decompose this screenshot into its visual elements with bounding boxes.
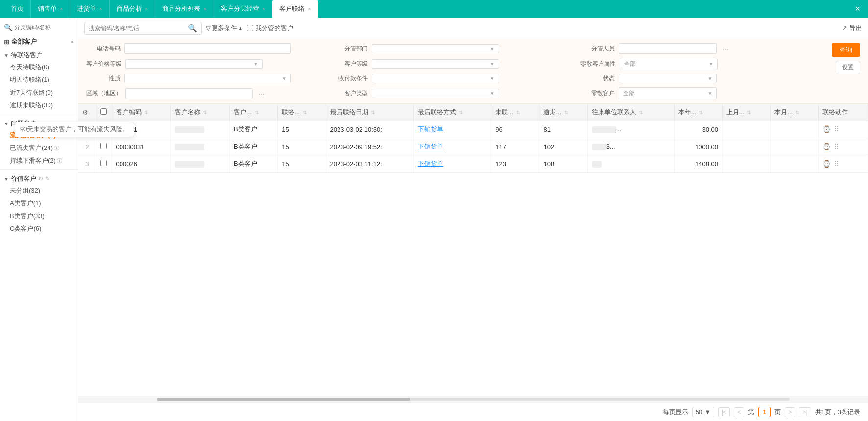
last-method-sort-icon[interactable]: ⇅ bbox=[459, 110, 463, 115]
th-last-contact-method[interactable]: 最后联络方式 ⇅ bbox=[414, 104, 491, 121]
search-icon-button[interactable]: 🔍 bbox=[188, 24, 197, 33]
type-sort-icon[interactable]: ⇅ bbox=[255, 110, 259, 115]
page-next-button[interactable]: > bbox=[785, 407, 795, 417]
tab-product-analysis-close[interactable]: × bbox=[145, 6, 148, 12]
overdue-sort-icon[interactable]: ⇅ bbox=[564, 110, 568, 115]
th-no-contact[interactable]: 未联... ⇅ bbox=[491, 104, 539, 121]
th-code[interactable]: 客户编码 ⇅ bbox=[112, 104, 170, 121]
sidebar-item-7days[interactable]: 近7天待联络(0) bbox=[0, 86, 78, 99]
th-last-month[interactable]: 上月... ⇅ bbox=[722, 104, 770, 121]
collapse-icon[interactable]: « bbox=[71, 38, 74, 45]
filter-input-region[interactable] bbox=[125, 88, 253, 99]
tab-purchase[interactable]: 进货单 × bbox=[70, 0, 109, 18]
filter-input-person[interactable] bbox=[619, 43, 717, 54]
sidebar-item-declining[interactable]: 持续下滑客户(2) ⓘ bbox=[0, 154, 78, 167]
tab-product-analysis-list-close[interactable]: × bbox=[203, 6, 206, 12]
window-close-button[interactable]: × bbox=[851, 4, 864, 14]
arrow-icon-3: ▼ bbox=[4, 176, 9, 182]
filter-select-status[interactable]: ▼ bbox=[619, 74, 717, 83]
last-date-sort-icon[interactable]: ⇅ bbox=[371, 110, 375, 115]
filter-select-customer-level[interactable]: ▼ bbox=[372, 59, 499, 69]
gear-icon[interactable]: ⚙ bbox=[82, 109, 88, 116]
th-last-contact-date[interactable]: 最后联络日期 ⇅ bbox=[326, 104, 413, 121]
last-month-sort-icon[interactable]: ⇅ bbox=[747, 110, 751, 115]
row-2-checkbox[interactable] bbox=[100, 143, 107, 149]
select-all-checkbox[interactable] bbox=[100, 108, 107, 115]
action-icon-3b[interactable]: ⠿ bbox=[834, 160, 839, 168]
tab-sales[interactable]: 销售单 × bbox=[31, 0, 70, 18]
sidebar-group-value[interactable]: ▼ 价值客户 ↻ ✎ bbox=[0, 172, 78, 184]
my-customers-checkbox[interactable] bbox=[247, 25, 253, 31]
th-contact-count[interactable]: 联络... ⇅ bbox=[278, 104, 326, 121]
sidebar-item-overdue[interactable]: 逾期未联络(30) bbox=[0, 99, 78, 112]
sidebar-item-a-class[interactable]: A类客户(1) bbox=[0, 197, 78, 210]
sidebar-group-pending-contact[interactable]: ▼ 待联络客户 bbox=[0, 48, 78, 61]
tab-customer-segment[interactable]: 客户分层经营 × bbox=[214, 0, 272, 18]
filter-input-phone[interactable] bbox=[124, 43, 291, 54]
sidebar-search-input[interactable] bbox=[14, 24, 74, 31]
action-icon-3a[interactable]: ⌚ bbox=[822, 160, 831, 168]
sidebar-item-tomorrow[interactable]: 明天待联络(1) bbox=[0, 74, 78, 86]
th-this-month[interactable]: 本月... ⇅ bbox=[771, 104, 819, 121]
filter-select-payment[interactable]: ▼ bbox=[372, 74, 499, 83]
name-sort-icon[interactable]: ⇅ bbox=[203, 110, 207, 115]
tab-customer-contact[interactable]: 客户联络 × bbox=[272, 0, 318, 18]
sidebar-item-ungrouped[interactable]: 未分组(32) bbox=[0, 184, 78, 197]
th-name[interactable]: 客户名称 ⇅ bbox=[170, 104, 229, 121]
tab-customer-contact-close[interactable]: × bbox=[308, 6, 311, 12]
horizontal-scrollbar[interactable] bbox=[78, 396, 868, 402]
filter-select-retail[interactable]: 全部 ▼ bbox=[619, 87, 717, 99]
th-gear[interactable]: ⚙ bbox=[78, 104, 96, 121]
action-icon-1b[interactable]: ⠿ bbox=[834, 125, 839, 133]
tab-home[interactable]: 首页 bbox=[4, 0, 31, 18]
page-size-select[interactable]: 50 ▼ bbox=[692, 407, 714, 417]
row-3-method-link[interactable]: 下销货单 bbox=[418, 160, 443, 167]
region-dots-icon[interactable]: ··· bbox=[259, 90, 265, 98]
code-sort-icon[interactable]: ⇅ bbox=[144, 110, 148, 115]
refresh-icon[interactable]: ↻ bbox=[38, 175, 43, 182]
filter-select-retail-attr[interactable]: 全部 ▼ bbox=[620, 58, 718, 70]
person-dots-icon[interactable]: ··· bbox=[723, 45, 728, 52]
settings-button[interactable]: 设置 bbox=[836, 61, 860, 74]
scrollbar-thumb[interactable] bbox=[157, 398, 410, 401]
scrollbar-track[interactable] bbox=[157, 398, 790, 401]
page-prev-button[interactable]: < bbox=[734, 407, 744, 417]
row-3-checkbox[interactable] bbox=[100, 160, 107, 166]
page-first-button[interactable]: |< bbox=[718, 407, 730, 417]
action-icon-2a[interactable]: ⌚ bbox=[822, 143, 831, 150]
this-year-sort-icon[interactable]: ⇅ bbox=[699, 110, 703, 115]
th-overdue[interactable]: 逾期... ⇅ bbox=[539, 104, 587, 121]
tab-sales-close[interactable]: × bbox=[60, 6, 63, 12]
search-input[interactable] bbox=[89, 25, 188, 32]
filter-button[interactable]: ▽ 更多条件 ▲ bbox=[206, 24, 243, 33]
filter-select-price-level[interactable]: ▼ bbox=[125, 59, 263, 69]
filter-select-nature[interactable]: ▼ bbox=[124, 74, 291, 83]
contact-person-sort-icon[interactable]: ⇅ bbox=[639, 110, 643, 115]
sidebar-item-b-class[interactable]: B类客户(33) bbox=[0, 210, 78, 223]
sidebar-item-today[interactable]: 今天待联络(0) bbox=[0, 61, 78, 74]
no-contact-sort-icon[interactable]: ⇅ bbox=[516, 110, 520, 115]
row-last-date-2: 2023-02-09 19:52: bbox=[326, 138, 413, 155]
sidebar-item-churned[interactable]: 已流失客户(24) ⓘ bbox=[0, 142, 78, 154]
tab-purchase-close[interactable]: × bbox=[99, 6, 102, 12]
filter-select-dept[interactable]: ▼ bbox=[372, 44, 499, 53]
sidebar-item-c-class[interactable]: C类客户(6) bbox=[0, 223, 78, 235]
edit-icon[interactable]: ✎ bbox=[45, 175, 50, 182]
tab-customer-segment-close[interactable]: × bbox=[262, 6, 265, 12]
action-icon-1a[interactable]: ⌚ bbox=[822, 125, 831, 133]
th-type[interactable]: 客户... ⇅ bbox=[230, 104, 278, 121]
th-contact-person[interactable]: 往来单位联系人 ⇅ bbox=[587, 104, 674, 121]
export-button[interactable]: ↗ 导出 bbox=[842, 24, 862, 33]
filter-select-customer-type[interactable]: ▼ bbox=[372, 89, 499, 98]
tab-product-analysis-list[interactable]: 商品分析列表 × bbox=[155, 0, 214, 18]
sidebar-all-customers[interactable]: ⊞ 全部客户 « bbox=[0, 35, 78, 48]
row-2-method-link[interactable]: 下销货单 bbox=[418, 143, 443, 150]
query-button[interactable]: 查询 bbox=[832, 43, 860, 57]
row-1-method-link[interactable]: 下销货单 bbox=[418, 125, 443, 133]
th-this-year[interactable]: 本年... ⇅ bbox=[674, 104, 722, 121]
tab-product-analysis[interactable]: 商品分析 × bbox=[110, 0, 155, 18]
contact-count-sort-icon[interactable]: ⇅ bbox=[303, 110, 307, 115]
this-month-sort-icon[interactable]: ⇅ bbox=[796, 110, 799, 115]
action-icon-2b[interactable]: ⠿ bbox=[834, 143, 839, 150]
page-last-button[interactable]: >| bbox=[799, 407, 811, 417]
